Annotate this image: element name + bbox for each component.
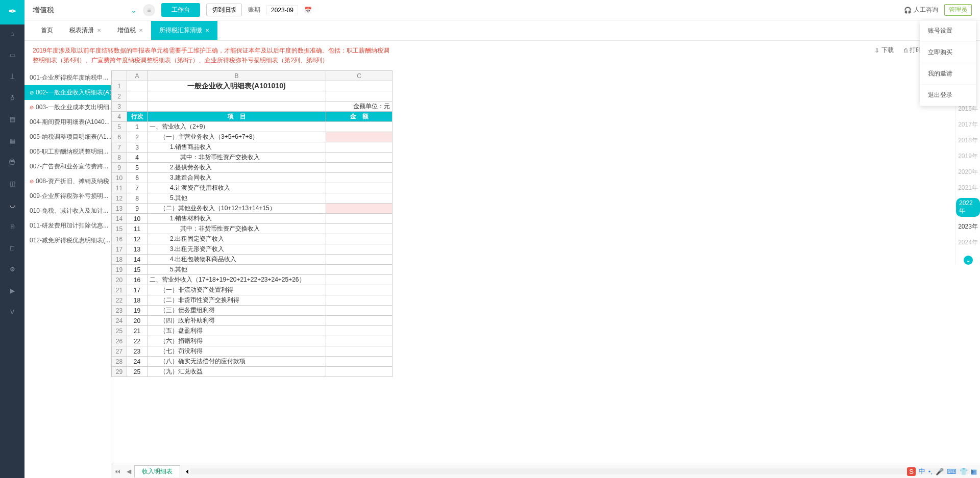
- tree-item[interactable]: 005-纳税调整项目明细表(A1...: [24, 130, 111, 144]
- tab[interactable]: 税表清册✕: [61, 21, 109, 40]
- ime-grid-icon[interactable]: ▦: [971, 468, 977, 475]
- warn-icon: ⊘: [30, 179, 34, 184]
- old-version-button[interactable]: 切到旧版: [206, 4, 242, 16]
- ime-kb-icon[interactable]: ⌨: [947, 468, 957, 475]
- tabs: 首页税表清册✕增值税✕所得税汇算清缴✕: [24, 20, 980, 41]
- sheet-nav-first-icon[interactable]: ⏮: [111, 468, 124, 475]
- period-value[interactable]: 2023-09: [266, 5, 298, 15]
- tree-item[interactable]: ⊘002-一般企业收入明细表(A1...: [24, 85, 111, 100]
- year-more-icon[interactable]: ⌄: [964, 256, 973, 265]
- warn-icon: ⊘: [30, 105, 34, 110]
- play-icon[interactable]: ▶: [7, 286, 17, 296]
- chevron-down-icon[interactable]: ⌄: [131, 6, 137, 14]
- warn-icon: ⊘: [30, 90, 34, 95]
- tree-item[interactable]: 007-广告费和业务宣传费跨...: [24, 159, 111, 174]
- year-option[interactable]: 2018年: [958, 135, 978, 146]
- export-icon[interactable]: ⎘: [7, 221, 17, 232]
- tree-item[interactable]: ⊘003-一般企业成本支出明细...: [24, 100, 111, 115]
- form-tree: 001-企业所得税年度纳税申...⊘002-一般企业收入明细表(A1...⊘00…: [24, 70, 111, 478]
- user-dropdown: 账号设置立即购买我的邀请退出登录: [920, 20, 976, 106]
- tree-item[interactable]: 012-减免所得税优惠明细表(...: [24, 233, 111, 248]
- warning-text: 2019年度涉及取以前年度结转数据的申报表单元格需要手工维护正确，才能保证本年及…: [33, 46, 390, 65]
- bag-icon[interactable]: ♁: [7, 93, 17, 103]
- year-option[interactable]: 2024年: [958, 237, 978, 248]
- dropdown-item[interactable]: 退出登录: [920, 85, 976, 106]
- horizontal-scrollbar[interactable]: ⏴⏵: [180, 468, 980, 475]
- ime-s-icon[interactable]: S: [907, 467, 916, 476]
- calc-icon[interactable]: ▦: [7, 136, 17, 146]
- close-icon[interactable]: ✕: [97, 28, 101, 33]
- ime-mic-icon[interactable]: 🎤: [936, 468, 944, 475]
- logo-icon: ✒: [8, 5, 17, 17]
- v-icon[interactable]: V: [7, 307, 17, 317]
- dropdown-item[interactable]: 立即购买: [920, 42, 976, 63]
- ime-bar: S 中 •, 🎤 ⌨ 👕 ▦: [907, 467, 977, 476]
- admin-button[interactable]: 管理员: [944, 4, 972, 16]
- close-icon[interactable]: ✕: [139, 28, 143, 33]
- home-icon[interactable]: ⌂: [7, 29, 17, 39]
- tree-item[interactable]: 011-研发费用加计扣除优惠...: [24, 218, 111, 233]
- sidebar: ✒ ⌂ ▭ ⟘ ♁ ▤ ▦ 〶 ◫ ◡ ⎘ ◻ ⚙ ▶ V: [0, 0, 24, 478]
- year-option[interactable]: 2019年: [958, 150, 978, 162]
- shirt-icon[interactable]: 〶: [7, 157, 17, 167]
- tree-item[interactable]: ⊘008-资产折旧、摊销及纳税...: [24, 174, 111, 189]
- ime-cn[interactable]: 中: [919, 467, 925, 476]
- topbar: 增值税 ⌄ ≡ 工作台 切到旧版 账期 2023-09 📅 🎧 人工咨询 管理员: [24, 0, 980, 20]
- doc-icon[interactable]: ▭: [7, 50, 17, 60]
- bowl-icon[interactable]: ◡: [7, 200, 17, 210]
- tab[interactable]: 增值税✕: [109, 21, 151, 40]
- year-option[interactable]: 2021年: [958, 182, 978, 194]
- spreadsheet[interactable]: ABC1一般企业收入明细表(A101010)23金额单位：元4行次项 目金 额5…: [111, 70, 980, 464]
- tab[interactable]: 首页: [33, 21, 61, 40]
- close-icon[interactable]: ✕: [205, 28, 209, 33]
- tree-item[interactable]: 006-职工薪酬纳税调整明细...: [24, 144, 111, 159]
- dropdown-item[interactable]: 账号设置: [920, 20, 976, 42]
- period-label: 账期: [248, 6, 260, 14]
- tree-item[interactable]: 004-期间费用明细表(A1040...: [24, 115, 111, 130]
- clipboard-icon[interactable]: ▤: [7, 114, 17, 124]
- sheet-tabbar: ⏮ ◀ 收入明细表 ⏴⏵: [111, 464, 980, 478]
- year-option[interactable]: 2017年: [958, 119, 978, 131]
- print-button[interactable]: ⎙ 打印: [904, 46, 922, 55]
- year-option[interactable]: 2022年: [956, 198, 980, 217]
- workspace-button[interactable]: 工作台: [161, 3, 200, 17]
- inbox-icon[interactable]: ◻: [7, 243, 17, 253]
- brand-title: 增值税: [33, 6, 125, 15]
- sheet-tab[interactable]: 收入明细表: [134, 465, 180, 477]
- help-link[interactable]: 🎧 人工咨询: [904, 6, 938, 14]
- dropdown-item[interactable]: 我的邀请: [920, 63, 976, 85]
- chart-icon[interactable]: ⟘: [7, 71, 17, 82]
- tab[interactable]: 所得税汇算清缴✕: [151, 21, 217, 40]
- calendar-icon[interactable]: 📅: [304, 7, 312, 14]
- sheet-nav-prev-icon[interactable]: ◀: [124, 468, 134, 475]
- dashboard-icon[interactable]: ◫: [7, 179, 17, 189]
- tree-item[interactable]: 001-企业所得税年度纳税申...: [24, 70, 111, 85]
- gear-icon[interactable]: ⚙: [7, 264, 17, 274]
- year-option[interactable]: 2020年: [958, 166, 978, 178]
- ime-punct-icon[interactable]: •,: [928, 468, 933, 475]
- tree-item[interactable]: 009-企业所得税弥补亏损明...: [24, 189, 111, 204]
- tree-item[interactable]: 010-免税、减计收入及加计...: [24, 204, 111, 218]
- ime-skin-icon[interactable]: 👕: [960, 468, 968, 475]
- download-button[interactable]: ⇩ 下载: [874, 46, 894, 55]
- note-icon[interactable]: ≡: [143, 4, 155, 16]
- year-option[interactable]: 2023年: [958, 221, 978, 233]
